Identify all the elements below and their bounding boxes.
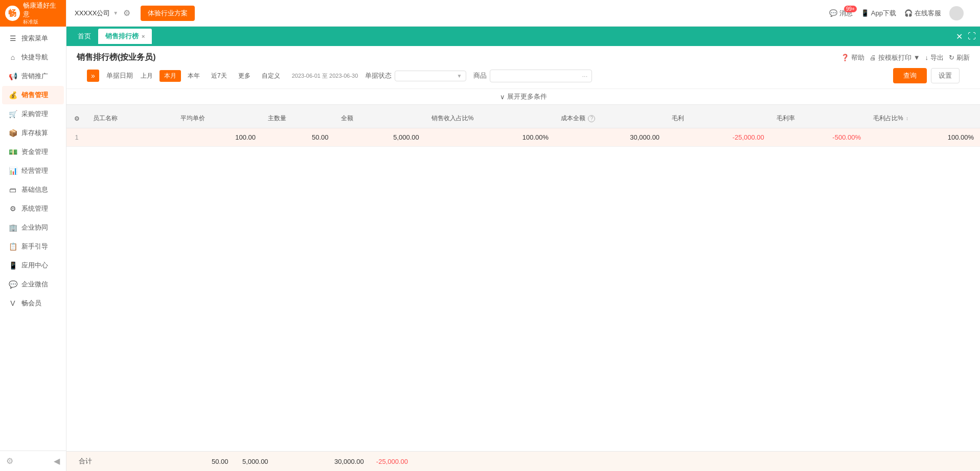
cell-profit-rate: -500.00% — [770, 128, 867, 147]
sidebar-item-corp[interactable]: 🏢 企业协同 — [2, 218, 64, 237]
sidebar-item-ops[interactable]: 📊 经营管理 — [2, 162, 64, 180]
topbar-settings-icon[interactable]: ⚙ — [123, 8, 130, 18]
chat-icon: 💬 — [829, 9, 837, 17]
sidebar-item-basic[interactable]: 🗃 基础信息 — [2, 181, 64, 199]
tab-home[interactable]: 首页 — [71, 29, 98, 44]
filter-toggle-button[interactable]: » — [87, 70, 99, 82]
date-opt-this-year[interactable]: 本年 — [183, 70, 204, 82]
table-row: 1 100.00 50.00 5,000.00 100.00% 30,000.0… — [66, 128, 980, 147]
goods-input[interactable]: ··· — [490, 70, 592, 82]
sidebar-logo: 畅 畅康通好生意 标准版 — [0, 0, 66, 27]
sidebar-icon-inventory: 📦 — [8, 129, 17, 137]
trial-button[interactable]: 体验行业方案 — [141, 6, 195, 21]
table-footer: 合计 50.00 5,000.00 30,000.00 -25,000.00 — [66, 451, 980, 471]
sidebar-label-marketing: 营销推广 — [21, 72, 48, 81]
sidebar-item-apps[interactable]: 📱 应用中心 — [2, 256, 64, 275]
date-opt-last-month[interactable]: 上月 — [136, 70, 157, 82]
col-sales-pct: 销售收入占比% — [425, 109, 555, 128]
date-opt-custom[interactable]: 自定义 — [257, 70, 285, 82]
sidebar-icon-corp: 🏢 — [8, 223, 17, 232]
tab-sales-ranking[interactable]: 销售排行榜 × — [98, 29, 152, 44]
help-icon: ❓ — [841, 54, 849, 61]
app-name: 畅康通好生意 — [23, 2, 61, 19]
cell-amount: 5,000.00 — [335, 128, 425, 147]
sidebar-label-basic: 基础信息 — [21, 185, 48, 194]
export-icon: ↓ — [925, 54, 929, 61]
sidebar-item-finance[interactable]: 💵 资金管理 — [2, 143, 64, 161]
sidebar-icon-purchase: 🛒 — [8, 110, 17, 118]
sidebar-icon-sales: 💰 — [8, 91, 17, 99]
date-opt-more[interactable]: 更多 — [234, 70, 255, 82]
sidebar-label-ops: 经营管理 — [21, 166, 48, 175]
sidebar-item-inventory[interactable]: 📦 库存核算 — [2, 124, 64, 142]
tab-close-icon[interactable]: × — [142, 33, 145, 39]
col-profit: 毛利 — [666, 109, 770, 128]
goods-more-icon[interactable]: ··· — [582, 72, 588, 80]
sidebar: 畅 畅康通好生意 标准版 ☰ 搜索菜单 ⌂ 快捷导航 📢 营销推广 💰 销售管理… — [0, 0, 66, 471]
sidebar-bottom: ⚙ ◀ — [0, 451, 66, 471]
sidebar-icon-ops: 📊 — [8, 167, 17, 175]
tabbar-right: ✕ ⛶ — [956, 32, 976, 41]
profit-pct-sort-icon[interactable]: ↕ — [906, 116, 908, 121]
logo-icon: 畅 — [5, 6, 20, 21]
export-button[interactable]: ↓ 导出 — [925, 53, 944, 62]
sidebar-label-finance: 资金管理 — [21, 147, 48, 156]
page-title: 销售排行榜(按业务员) — [77, 52, 156, 63]
refresh-button[interactable]: ↻ 刷新 — [949, 53, 970, 62]
sidebar-item-system[interactable]: ⚙ 系统管理 — [2, 199, 64, 218]
app-download-button[interactable]: 📱 App下载 — [861, 9, 896, 18]
status-select-arrow: ▼ — [457, 73, 462, 79]
cost-help-icon[interactable]: ? — [588, 115, 595, 122]
tabbar-close-icon[interactable]: ✕ — [956, 32, 963, 41]
sidebar-icon-quicknav: ⌂ — [8, 53, 17, 61]
message-button[interactable]: 💬 消息 99+ — [829, 9, 853, 18]
footer-qty: 50.00 — [206, 458, 236, 465]
sidebar-icon-search: ☰ — [8, 34, 17, 42]
sidebar-item-member[interactable]: V 畅会员 — [2, 294, 64, 312]
col-qty: 主数量 — [262, 109, 335, 128]
settings-button[interactable]: 设置 — [931, 68, 960, 83]
col-profit-pct: 毛利占比% ↕ — [867, 109, 980, 128]
tabbar-expand-icon[interactable]: ⛶ — [968, 32, 976, 41]
col-cost: 成本全额 ? — [555, 109, 666, 128]
sidebar-item-sales[interactable]: 💰 销售管理 — [2, 86, 64, 104]
col-amount: 全额 — [335, 109, 425, 128]
sidebar-item-purchase[interactable]: 🛒 采购管理 — [2, 105, 64, 123]
expand-more-button[interactable]: ∨ 展开更多条件 — [66, 88, 980, 104]
col-settings[interactable]: ⚙ — [66, 109, 87, 128]
table-header: ⚙ 员工名称 平均单价 主数量 全额 销售收入占比% 成本全额 ? 毛利 毛利率… — [66, 109, 980, 128]
date-opt-7days[interactable]: 近7天 — [207, 70, 232, 82]
company-selector[interactable]: XXXXX公司 ▼ — [75, 9, 118, 18]
print-icon: 🖨 — [870, 54, 876, 61]
date-filter-label: 单据日期 — [106, 71, 133, 80]
sidebar-icon-member: V — [8, 299, 17, 307]
expand-icon: ∨ — [500, 93, 505, 101]
query-button[interactable]: 查询 — [893, 68, 927, 83]
footer-amount: 5,000.00 — [236, 458, 277, 465]
date-range-text: 2023-06-01 至 2023-06-30 — [292, 72, 358, 80]
online-service-label: 在线客服 — [915, 9, 941, 18]
sidebar-item-guide[interactable]: 📋 新手引导 — [2, 237, 64, 256]
help-button[interactable]: ❓ 帮助 — [841, 53, 864, 62]
print-button[interactable]: 🖨 按模板打印 ▼ — [870, 53, 920, 62]
table-body: 1 100.00 50.00 5,000.00 100.00% 30,000.0… — [66, 128, 980, 147]
sidebar-item-marketing[interactable]: 📢 营销推广 — [2, 67, 64, 85]
topbar: XXXXX公司 ▼ ⚙ 体验行业方案 💬 消息 99+ 📱 App下载 🎧 在线… — [66, 0, 980, 27]
date-opt-this-month[interactable]: 本月 — [159, 70, 181, 82]
sidebar-item-wechat[interactable]: 💬 企业微信 — [2, 275, 64, 294]
sidebar-icon-system: ⚙ — [8, 205, 17, 213]
status-select[interactable]: ▼ — [395, 71, 466, 81]
sidebar-item-quicknav[interactable]: ⌂ 快捷导航 — [2, 48, 64, 66]
footer-profit: -25,000.00 — [370, 458, 414, 465]
sidebar-collapse-icon[interactable]: ◀ — [54, 456, 60, 466]
sidebar-label-search: 搜索菜单 — [21, 34, 48, 43]
goods-filter-label: 商品 — [473, 71, 487, 80]
cell-sales-pct: 100.00% — [425, 128, 555, 147]
user-avatar[interactable] — [949, 6, 964, 20]
sidebar-label-system: 系统管理 — [21, 204, 48, 213]
sidebar-item-search[interactable]: ☰ 搜索菜单 — [2, 29, 64, 48]
sidebar-settings-icon[interactable]: ⚙ — [6, 456, 13, 466]
online-service-button[interactable]: 🎧 在线客服 — [904, 9, 941, 18]
col-avg-price: 平均单价 — [174, 109, 262, 128]
sidebar-icon-finance: 💵 — [8, 148, 17, 156]
